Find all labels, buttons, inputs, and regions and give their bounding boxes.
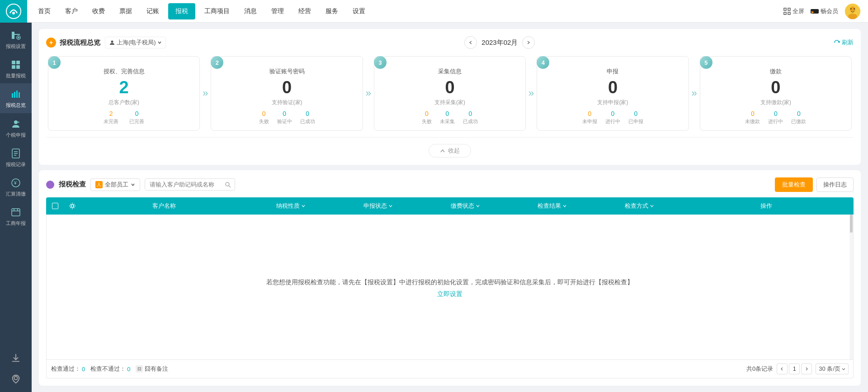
avatar[interactable] (844, 3, 861, 19)
prev-page-button[interactable] (777, 363, 788, 374)
search-input[interactable] (145, 179, 221, 190)
svg-rect-19 (16, 61, 20, 64)
tax-record-icon (9, 147, 22, 160)
step-num-5: 5 (700, 56, 712, 69)
svg-point-43 (71, 205, 74, 207)
th-checkbox[interactable] (46, 199, 64, 213)
location-dropdown[interactable]: 上海(电子税局) (105, 37, 166, 48)
th-check-method[interactable]: 检查方式 (596, 197, 683, 215)
step-stat-1-1[interactable]: 0 已完善 (129, 110, 144, 125)
step-title-5: 缴款 (706, 67, 846, 76)
step-stats-2: 0 失败 0 验证中 0 已成功 (217, 110, 357, 125)
sidebar-item-tax-settlement[interactable]: ¥ 汇算清缴 (0, 172, 32, 201)
nav-item-manage[interactable]: 管理 (264, 0, 291, 23)
step-stat-4-2[interactable]: 0 已申报 (628, 110, 643, 125)
staff-label: 全部员工 (105, 181, 128, 189)
sidebar-bottom-download[interactable] (0, 349, 32, 368)
operation-log-button[interactable]: 操作日志 (816, 177, 854, 192)
step-stat-2-1[interactable]: 0 验证中 (277, 110, 292, 125)
step-stat-5-0[interactable]: 0 未缴款 (745, 110, 760, 125)
step-stat-4-0[interactable]: 0 未申报 (582, 110, 597, 125)
th-declare-status[interactable]: 申报状态 (335, 197, 422, 215)
step-stat-5-1[interactable]: 0 进行中 (768, 110, 783, 125)
vip-button[interactable]: ▶ 畅会员 (811, 7, 838, 15)
step-stat-3-2[interactable]: 0 已成功 (463, 110, 478, 125)
nav-item-message[interactable]: 消息 (237, 0, 264, 23)
step-stat-3-1[interactable]: 0 未采集 (440, 110, 455, 125)
th-tax-type[interactable]: 纳税性质 (247, 197, 335, 215)
sidebar-item-tax-record[interactable]: 报税记录 (0, 143, 32, 172)
step-stat-4-1[interactable]: 0 进行中 (605, 110, 620, 125)
staff-dropdown[interactable]: 人 全部员工 (90, 178, 140, 191)
content: + 报税流程总览 上海(电子税局) 2023年02月 (32, 23, 868, 392)
footer-failed: 检查不通过： 0 (90, 365, 130, 373)
batch-check-button[interactable]: 批量检查 (775, 177, 813, 192)
sidebar-bottom-location[interactable] (0, 369, 32, 388)
next-month-button[interactable] (522, 36, 535, 49)
staff-icon: 人 (95, 181, 103, 188)
sidebar-label-tax-record: 报税记录 (6, 162, 26, 167)
nav-item-accounting[interactable]: 记账 (139, 0, 166, 23)
sidebar-item-tax-settings[interactable]: 报税设置 (0, 24, 32, 54)
sidebar-item-annual-report[interactable]: 工商年报 (0, 201, 32, 231)
current-page: 1 (789, 363, 800, 374)
footer-has-note: 囧 囧有备注 (136, 365, 168, 373)
per-page-arrow-icon (842, 367, 845, 371)
empty-message: 若您想使用报税检查功能，请先在【报税设置】中进行报税的初始化设置，完成密码验证和… (257, 267, 642, 307)
dropdown-chevron-icon (131, 182, 135, 187)
nav-item-business[interactable]: 工商项目 (197, 0, 237, 23)
passed-value[interactable]: 0 (82, 366, 85, 373)
step-arrow-4: » (691, 56, 698, 131)
nav-item-settings[interactable]: 设置 (345, 0, 373, 23)
failed-value[interactable]: 0 (127, 366, 130, 373)
nav-item-tax[interactable]: 报税 (168, 3, 195, 19)
step-stat-2-0[interactable]: 0 失败 (259, 110, 269, 125)
orange-plus-icon: + (46, 38, 56, 48)
sidebar-item-batch-tax[interactable]: 批量报税 (0, 54, 32, 83)
logo[interactable] (0, 0, 27, 23)
nav-item-home[interactable]: 首页 (31, 0, 58, 23)
footer-right: 共0条记录 1 (746, 363, 849, 374)
per-page-select[interactable]: 30 条/页 (816, 363, 849, 374)
sidebar-item-tax-overview[interactable]: 报税总览 (0, 83, 32, 113)
svg-line-42 (229, 186, 231, 187)
empty-msg-text: 若您想使用报税检查功能，请先在【报税设置】中进行报税的初始化设置，完成密码验证和… (266, 276, 633, 288)
purple-circle-icon (46, 181, 54, 189)
nav-item-client[interactable]: 客户 (58, 0, 85, 23)
nav-item-invoice[interactable]: 票据 (112, 0, 139, 23)
step-stats-3: 0 失败 0 未采集 0 已成功 (380, 110, 520, 125)
nav-item-fee[interactable]: 收费 (85, 0, 112, 23)
step-value-1: 2 (54, 78, 194, 97)
fullscreen-button[interactable]: 全屏 (783, 7, 804, 15)
prev-month-button[interactable] (464, 36, 477, 49)
th-pay-status[interactable]: 缴费状态 (422, 197, 509, 215)
nav-item-service[interactable]: 服务 (318, 0, 345, 23)
search-button[interactable] (221, 179, 235, 190)
month-display: 2023年02月 (481, 38, 518, 47)
step-stat-1-0[interactable]: 2 未完善 (104, 110, 118, 125)
setup-link[interactable]: 立即设置 (266, 290, 633, 298)
prev-page-icon (780, 367, 784, 371)
scrollbar-track[interactable] (849, 215, 853, 359)
scrollbar-thumb[interactable] (850, 215, 853, 233)
svg-rect-3 (788, 8, 790, 10)
step-stat-5-2[interactable]: 0 已缴款 (791, 110, 806, 125)
th-settings-col[interactable] (64, 202, 80, 210)
th-check-result[interactable]: 检查结果 (509, 197, 596, 215)
step-value-3: 0 (380, 78, 520, 97)
svg-point-1 (12, 12, 15, 14)
refresh-button[interactable]: 刷新 (834, 38, 854, 47)
next-page-button[interactable] (801, 363, 812, 374)
collapse-button[interactable]: 收起 (429, 144, 471, 158)
table-header: 客户名称 纳税性质 申报状态 缴费状态 检查结果 (46, 197, 854, 215)
search-box (145, 178, 235, 191)
nav-item-operation[interactable]: 经营 (291, 0, 318, 23)
header-checkbox[interactable] (52, 203, 58, 209)
tax-settings-icon (9, 29, 22, 42)
step-stat-3-0[interactable]: 0 失败 (422, 110, 432, 125)
svg-rect-2 (784, 8, 786, 10)
step-stat-2-2[interactable]: 0 已成功 (300, 110, 315, 125)
sidebar-item-personal-tax[interactable]: 个税申报 (0, 113, 32, 143)
refresh-icon (834, 39, 840, 46)
collapse-row: 收起 (46, 137, 854, 158)
